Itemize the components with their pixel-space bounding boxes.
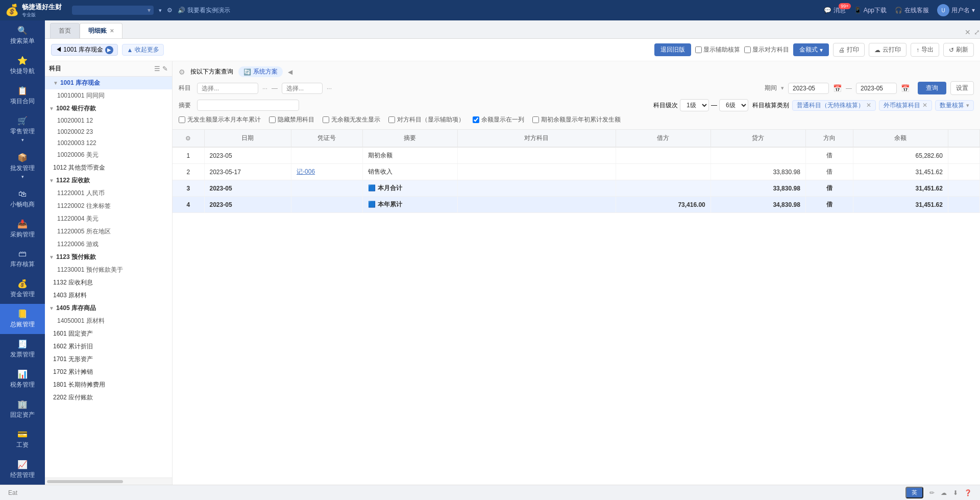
account-1405[interactable]: ▼ 1405 库存商品 — [45, 302, 172, 315]
lang-btn[interactable]: 英 — [905, 487, 923, 498]
col-gear[interactable]: ⚙ — [173, 130, 204, 147]
period-start-input[interactable] — [788, 83, 829, 94]
check-no-balance[interactable]: 无发生额显示本月本年累计 — [179, 115, 261, 124]
account-11220004[interactable]: 11220004 美元 — [45, 212, 172, 225]
account-10020006[interactable]: 10020006 美元 — [45, 149, 172, 161]
calendar-end-icon[interactable]: 📅 — [901, 84, 910, 92]
search-input[interactable] — [72, 6, 154, 15]
back-old-btn[interactable]: 退回旧版 — [654, 43, 691, 56]
account-11220001[interactable]: 11220001 人民币 — [45, 187, 172, 200]
account-11220006[interactable]: 11220006 游戏 — [45, 238, 172, 251]
account-1122[interactable]: ▼ 1122 应收款 — [45, 174, 172, 187]
expand-btn[interactable]: ▲ 收起更多 — [122, 44, 164, 56]
voucher-link[interactable]: 记-006 — [297, 168, 315, 175]
sidebar-item-quicknav[interactable]: ⭐ 快捷导航 — [0, 51, 45, 81]
sidebar-item-assets[interactable]: 🏢 固定资产 — [0, 394, 45, 424]
calendar-start-icon[interactable]: 📅 — [833, 84, 842, 92]
close-window-icon[interactable]: ✕ — [965, 28, 971, 36]
level-to-select[interactable]: 6级5级4级 — [719, 99, 748, 111]
sidebar-item-ledger[interactable]: 📒 总账管理 — [0, 304, 45, 334]
account-10020001[interactable]: 10020001 12 — [45, 115, 172, 126]
list-view-icon[interactable]: ☰ — [154, 65, 160, 73]
account-10010001[interactable]: 10010001 同同同 — [45, 89, 172, 102]
account-1602[interactable]: 1602 累计折旧 — [45, 340, 172, 353]
sidebar-item-wholesale[interactable]: 📦 批发管理 ▾ — [0, 148, 45, 184]
cloud-icon-status[interactable]: ☁ — [941, 489, 947, 496]
account-1002[interactable]: ▼ 1002 银行存款 — [45, 102, 172, 115]
cloud-print-btn[interactable]: ☁ 云打印 — [869, 43, 906, 57]
sidebar-item-salary[interactable]: 💳 工资 — [0, 424, 45, 455]
sidebar-item-invoice[interactable]: 🧾 发票管理 — [0, 334, 45, 364]
show-aux-check[interactable]: 显示辅助核算 — [695, 45, 740, 54]
sidebar-item-tax[interactable]: 📊 税务管理 — [0, 364, 45, 394]
user-menu[interactable]: U 用户名 ▾ — [937, 4, 975, 16]
check-show-one[interactable]: 余额显示在一列 — [473, 115, 524, 124]
account-1132[interactable]: 1132 应收利息 — [45, 276, 172, 289]
tab-home[interactable]: 首页 — [50, 23, 80, 38]
style-btn[interactable]: 金额式 ▾ — [793, 43, 829, 56]
account-11230001[interactable]: 11230001 预付账款美于 — [45, 264, 172, 276]
period-end-input[interactable] — [856, 83, 897, 94]
sidebar-item-capital[interactable]: 💰 资金管理 — [0, 274, 45, 304]
query-btn[interactable]: 查询 — [918, 82, 946, 94]
demo-link[interactable]: 🔊 我要看实例演示 — [178, 6, 230, 15]
export-btn[interactable]: ↑ 导出 — [911, 43, 939, 57]
sidebar-item-search[interactable]: 🔍 搜索菜单 — [0, 20, 45, 51]
account-2202[interactable]: 2202 应付账款 — [45, 391, 172, 404]
app-btn[interactable]: 📱 App下载 — [854, 6, 887, 15]
check-show-year[interactable]: 期初余额显示年初累计发生额 — [532, 115, 621, 124]
scheme-tag[interactable]: 🔄 系统方案 — [238, 66, 283, 77]
download-icon-status[interactable]: ⬇ — [953, 489, 958, 496]
gear-icon[interactable]: ⚙ — [167, 7, 173, 14]
sidebar-item-ops[interactable]: 📈 经营管理 — [0, 455, 45, 485]
classify-tag-3[interactable]: 数量核算 ▾ — [935, 100, 974, 111]
account-10020002[interactable]: 10020002 23 — [45, 126, 172, 137]
settings-btn[interactable]: 设置 — [950, 81, 974, 95]
dropdown-icon[interactable]: ▾ — [159, 7, 162, 14]
maximize-icon[interactable]: ⤢ — [974, 28, 980, 36]
classify-dropdown-icon[interactable]: ▾ — [966, 102, 969, 109]
account-nav[interactable]: ◀ 1001 库存现金 ▶ — [51, 44, 118, 56]
tab-close-icon[interactable]: ✕ — [110, 28, 114, 34]
check-opposite[interactable]: 对方科目（显示辅助项） — [388, 115, 464, 124]
print-btn[interactable]: 🖨 打印 — [833, 43, 865, 57]
service-btn[interactable]: 🎧 在线客服 — [895, 6, 929, 15]
account-1403[interactable]: 1403 原材料 — [45, 289, 172, 302]
account-1801[interactable]: 1801 长期待摊费用 — [45, 378, 172, 391]
level-from-select[interactable]: 1级2级3级 — [680, 99, 709, 111]
classify-tag-1-close[interactable]: ✕ — [866, 102, 871, 109]
account-14050001[interactable]: 14050001 原材料 — [45, 315, 172, 327]
account-10020003[interactable]: 10020003 122 — [45, 137, 172, 149]
classify-tag-2-close[interactable]: ✕ — [922, 102, 927, 109]
account-11220002[interactable]: 11220002 往来标签 — [45, 200, 172, 212]
account-1701[interactable]: 1701 无形资产 — [45, 353, 172, 366]
period-dropdown-icon[interactable]: ▾ — [781, 85, 784, 91]
sidebar-item-purchase[interactable]: 📥 采购管理 — [0, 214, 45, 244]
edit-icon-status[interactable]: ✏ — [929, 489, 935, 496]
check-no-balance2[interactable]: 无余额无发生显示 — [323, 115, 380, 124]
summary-input[interactable] — [197, 100, 299, 111]
nav-forward-icon[interactable]: ▶ — [105, 46, 113, 54]
account-1702[interactable]: 1702 累计摊销 — [45, 366, 172, 378]
classify-tag-2[interactable]: 外币核算科目 ✕ — [879, 100, 932, 111]
refresh-btn[interactable]: ↺ 刷新 — [943, 43, 974, 57]
sidebar-item-retail[interactable]: 🛒 零售管理 ▾ — [0, 111, 45, 148]
account-input[interactable] — [197, 83, 258, 94]
sidebar-item-project[interactable]: 📋 项目合同 — [0, 81, 45, 111]
account-1123[interactable]: ▼ 1123 预付账款 — [45, 251, 172, 264]
account-11220005[interactable]: 11220005 所在地区 — [45, 225, 172, 238]
show-opposite-check[interactable]: 显示对方科目 — [744, 45, 789, 54]
account-1012[interactable]: 1012 其他货币资金 — [45, 161, 172, 174]
edit-icon[interactable]: ✎ — [162, 65, 168, 73]
help-icon-status[interactable]: ❓ — [964, 489, 972, 496]
tab-detail[interactable]: 明细账 ✕ — [80, 23, 122, 38]
sidebar-item-ecommerce[interactable]: 🛍 小畅电商 — [0, 184, 45, 214]
sidebar-label-invoice: 发票管理 — [10, 350, 35, 359]
account-1001[interactable]: ▼ 1001 库存现金 — [45, 77, 172, 89]
account-1601[interactable]: 1601 固定资产 — [45, 327, 172, 340]
account-input-end[interactable] — [282, 83, 323, 94]
message-btn[interactable]: 💬 消息 99+ — [824, 6, 846, 15]
classify-tag-1[interactable]: 普通科目（无特殊核算） ✕ — [792, 100, 876, 111]
check-hide-disabled[interactable]: 隐藏禁用科目 — [269, 115, 314, 124]
sidebar-item-inventory[interactable]: 🗃 库存核算 — [0, 244, 45, 274]
